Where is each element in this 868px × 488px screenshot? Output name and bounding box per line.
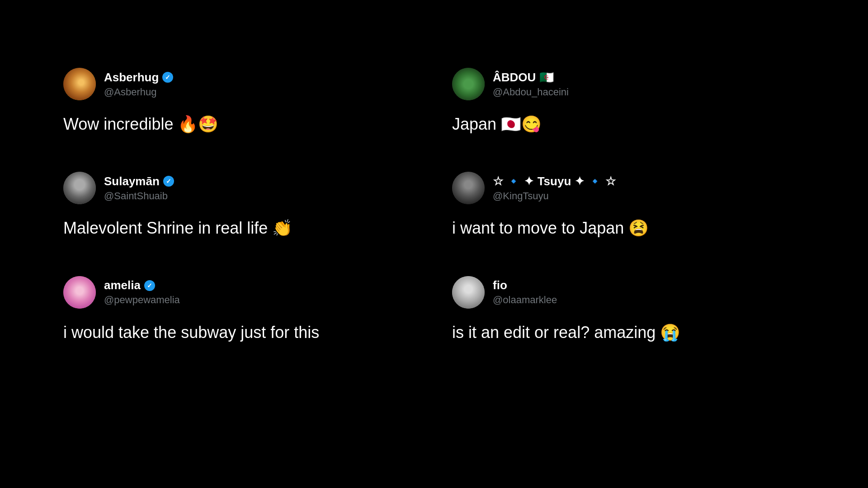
user-info: amelia ✓ @pewpewamelia bbox=[104, 278, 180, 306]
username: amelia bbox=[104, 278, 141, 292]
verified-icon: ✓ bbox=[144, 280, 155, 291]
user-info: ☆ 🔹 ✦ Tsuyu ✦ 🔹 ☆ @KingTsuyu bbox=[493, 174, 616, 202]
handle: @Abdou_haceini bbox=[493, 86, 569, 98]
username-row: amelia ✓ bbox=[104, 278, 180, 292]
tweet-block: Asberhug ✓ @Asberhug Wow incredible 🔥🤩 bbox=[45, 54, 434, 158]
user-info: Asberhug ✓ @Asberhug bbox=[104, 70, 173, 98]
verified-icon: ✓ bbox=[163, 176, 174, 187]
handle: @SaintShuaib bbox=[104, 190, 174, 202]
username: ☆ 🔹 ✦ Tsuyu ✦ 🔹 ☆ bbox=[493, 174, 616, 188]
tweet-block: fio @olaamarklee is it an edit or real? … bbox=[434, 263, 823, 366]
tweet-header: ☆ 🔹 ✦ Tsuyu ✦ 🔹 ☆ @KingTsuyu bbox=[452, 172, 805, 204]
tweet-header: Sulaymān ✓ @SaintShuaib bbox=[63, 172, 416, 204]
username-row: ☆ 🔹 ✦ Tsuyu ✦ 🔹 ☆ bbox=[493, 174, 616, 188]
username: fio bbox=[493, 278, 507, 292]
username: Sulaymān bbox=[104, 174, 160, 188]
avatar bbox=[452, 172, 485, 204]
avatar bbox=[452, 276, 485, 309]
user-info: fio @olaamarklee bbox=[493, 278, 557, 306]
verified-icon: ✓ bbox=[162, 72, 173, 83]
tweet-text: Malevolent Shrine in real life 👏 bbox=[63, 217, 416, 239]
username: Asberhug bbox=[104, 70, 159, 84]
handle: @pewpewamelia bbox=[104, 294, 180, 306]
left-column: Asberhug ✓ @Asberhug Wow incredible 🔥🤩 S… bbox=[45, 54, 434, 366]
right-column: ÂBDOU 🇩🇿 @Abdou_haceini Japan 🇯🇵😋 ☆ 🔹 ✦ … bbox=[434, 54, 823, 366]
handle: @Asberhug bbox=[104, 86, 173, 98]
tweet-block: ÂBDOU 🇩🇿 @Abdou_haceini Japan 🇯🇵😋 bbox=[434, 54, 823, 158]
avatar bbox=[452, 68, 485, 100]
tweets-container: Asberhug ✓ @Asberhug Wow incredible 🔥🤩 S… bbox=[0, 0, 868, 366]
tweet-header: fio @olaamarklee bbox=[452, 276, 805, 309]
tweet-block: amelia ✓ @pewpewamelia i would take the … bbox=[45, 263, 434, 366]
tweet-block: Sulaymān ✓ @SaintShuaib Malevolent Shrin… bbox=[45, 158, 434, 262]
username: ÂBDOU 🇩🇿 bbox=[493, 70, 554, 84]
username-row: Sulaymān ✓ bbox=[104, 174, 174, 188]
tweet-text: Japan 🇯🇵😋 bbox=[452, 113, 805, 136]
avatar bbox=[63, 68, 96, 100]
username-row: Asberhug ✓ bbox=[104, 70, 173, 84]
tweet-header: ÂBDOU 🇩🇿 @Abdou_haceini bbox=[452, 68, 805, 100]
tweet-text: i want to move to Japan 😫 bbox=[452, 217, 805, 239]
user-info: ÂBDOU 🇩🇿 @Abdou_haceini bbox=[493, 70, 569, 98]
tweet-block: ☆ 🔹 ✦ Tsuyu ✦ 🔹 ☆ @KingTsuyu i want to m… bbox=[434, 158, 823, 262]
tweet-header: amelia ✓ @pewpewamelia bbox=[63, 276, 416, 309]
handle: @olaamarklee bbox=[493, 294, 557, 306]
tweet-text: Wow incredible 🔥🤩 bbox=[63, 113, 416, 136]
avatar bbox=[63, 172, 96, 204]
handle: @KingTsuyu bbox=[493, 190, 616, 202]
username-row: ÂBDOU 🇩🇿 bbox=[493, 70, 569, 84]
avatar bbox=[63, 276, 96, 309]
tweet-header: Asberhug ✓ @Asberhug bbox=[63, 68, 416, 100]
user-info: Sulaymān ✓ @SaintShuaib bbox=[104, 174, 174, 202]
username-row: fio bbox=[493, 278, 557, 292]
tweet-text: i would take the subway just for this bbox=[63, 321, 416, 344]
tweet-text: is it an edit or real? amazing 😭 bbox=[452, 321, 805, 344]
